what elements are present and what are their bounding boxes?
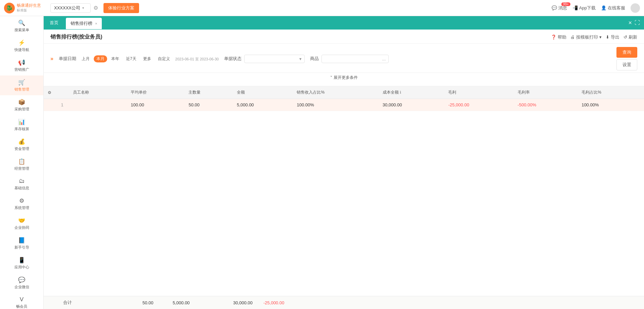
goods-select-arrow: ... [382,56,386,61]
print-button[interactable]: 🖨 按模板打印 ▾ [570,34,602,40]
message-icon: 💬 [552,5,557,10]
sidebar: 🔍 搜索菜单 ⚡ 快捷导航 📢 营销推广 🛒 销售管理 📦 采购管理 📊 库存核… [0,16,44,309]
filter-area: » 单据日期 上月 本月 本年 近7天 更多 自定义 [44,44,644,86]
help-button[interactable]: ❓ 帮助 [551,34,566,40]
window-expand-icon[interactable]: ⛶ [635,20,640,26]
query-button[interactable]: 查询 [616,47,637,58]
print-icon: 🖨 [570,35,575,40]
goods-filter-label: 商品 [310,56,319,62]
date-tab-custom[interactable]: 自定义 [155,55,173,62]
export-label: 导出 [611,34,619,40]
sidebar-label-purchase: 采购管理 [14,107,29,112]
sidebar-label-guide: 新手引导 [14,245,29,250]
tab-close-icon[interactable]: × [95,21,97,25]
refresh-button[interactable]: ↺ 刷新 [624,34,637,40]
sales-rank-tab-label: 销售排行榜 [71,20,92,27]
sidebar-item-operation[interactable]: 📋 经营管理 [0,155,43,174]
sidebar-item-apps[interactable]: 📱 应用中心 [0,253,43,273]
th-settings[interactable]: ⚙ [44,86,55,99]
status-filter-select[interactable]: ▾ [244,55,305,63]
tab-bar: 首页 销售排行榜 × × ⛶ [44,16,644,30]
filter-expand-button[interactable]: » [50,56,53,62]
user-avatar[interactable] [631,3,640,13]
sidebar-icon-member: V [20,296,24,303]
company-dropdown-arrow: ▾ [82,6,84,10]
logo-subtitle: 标准版 [17,8,41,13]
sidebar-item-member[interactable]: V 畅会员 [0,293,43,309]
sidebar-icon-operation: 📋 [18,158,25,165]
content-area: 首页 销售排行榜 × × ⛶ 销售排行榜(按业务员) [44,16,644,309]
filter-row: » 单据日期 上月 本月 本年 近7天 更多 自定义 [50,47,637,70]
footer-cells: 50.00 5,000.00 30,000.00 -25,000.00 [108,300,640,305]
sidebar-label-marketing: 营销推广 [14,67,29,72]
th-main-qty: 主数量 [184,86,233,99]
th-gross: 毛利 [444,86,513,99]
company-selector[interactable]: XXXXXX公司 ▾ [50,3,91,13]
trial-button[interactable]: 体验行业方案 [103,3,139,13]
sidebar-label-cooperate: 企业协同 [14,225,29,230]
refresh-label: 刷新 [629,34,637,40]
sidebar-item-sales[interactable]: 🛒 销售管理 [0,75,43,95]
settings-button[interactable]: 设置 [616,59,637,70]
message-button[interactable]: 💬 消息 99+ [552,5,567,11]
sidebar-item-quick[interactable]: ⚡ 快捷导航 [0,36,43,56]
date-tab-more[interactable]: 更多 [140,55,154,62]
status-filter-group: 单据状态 ▾ [224,55,305,63]
tab-window-actions: × ⛶ [624,19,644,27]
sidebar-item-basic[interactable]: 🗂 基础信息 [0,174,43,194]
sidebar-icon-apps: 📱 [18,257,25,264]
table-footer: 合计 50.00 5,000.00 30,000.00 -25,000.00 [44,296,644,309]
sidebar-item-finance[interactable]: 💰 资金管理 [0,135,43,155]
row-name [69,99,127,111]
app-download-button[interactable]: 📲 App下载 [572,5,596,11]
sidebar-icon-purchase: 📦 [18,99,25,106]
sidebar-icon-system: ⚙ [19,197,24,204]
app-download-icon: 📲 [572,5,578,10]
home-tab[interactable]: 首页 [44,16,65,30]
online-service-icon: 👤 [601,5,606,10]
row-gross-rate: -500.00% [514,99,578,111]
th-total: 全额 [233,86,293,99]
goods-filter-select[interactable]: ... [321,55,389,63]
date-tab-prev-month[interactable]: 上月 [79,55,92,62]
sales-rank-tab[interactable]: 销售排行榜 × [66,18,102,29]
sidebar-icon-basic: 🗂 [19,178,25,185]
row-avg-price: 100.00 [127,99,184,111]
expand-more-button[interactable]: ˅ 展开更多条件 [44,72,644,83]
expand-more-icon: ˅ [330,75,332,80]
online-service-button[interactable]: 👤 在线客服 [601,5,625,11]
sidebar-icon-cooperate: 🤝 [18,217,25,224]
status-select-arrow: ▾ [299,56,302,61]
sidebar-icon-marketing: 📢 [18,59,25,66]
page-content: 销售排行榜(按业务员) ❓ 帮助 🖨 按模板打印 ▾ ⬇ [44,30,644,309]
sidebar-item-system[interactable]: ⚙ 系统管理 [0,194,43,214]
sidebar-item-wechat[interactable]: 💬 企业微信 [0,273,43,293]
row-settings [44,99,55,111]
query-area: 查询 设置 [612,47,637,70]
sidebar-item-purchase[interactable]: 📦 采购管理 [0,95,43,115]
sidebar-label-search: 搜索菜单 [14,28,29,33]
window-close-icon[interactable]: × [628,19,632,27]
sidebar-item-marketing[interactable]: 📢 营销推广 [0,56,43,75]
sidebar-items-container: 🔍 搜索菜单 ⚡ 快捷导航 📢 营销推广 🛒 销售管理 📦 采购管理 📊 库存核… [0,16,43,309]
cost-total-info-icon[interactable]: ℹ [400,90,401,95]
footer-avg-price [108,300,138,305]
row-main-qty: 50.00 [184,99,233,111]
sidebar-item-inventory[interactable]: 📊 库存核算 [0,115,43,135]
date-tab-7days[interactable]: 近7天 [123,55,139,62]
status-filter-label: 单据状态 [224,56,242,62]
export-button[interactable]: ⬇ 导出 [606,34,619,40]
data-table: ⚙ 员工名称 平均单价 主数量 全额 销售收入占比% 成本全额 [44,86,644,111]
th-sales-pct: 销售收入占比% [293,86,378,99]
message-badge: 99+ [561,2,570,6]
app-wrapper: 🐉 畅康通好生意 标准版 XXXXXX公司 ▾ ⚙ 体验行业方案 💬 消息 99… [0,0,644,309]
topbar-settings-icon[interactable]: ⚙ [91,3,101,12]
date-tab-this-year[interactable]: 本年 [109,55,122,62]
sidebar-icon-guide: 📘 [18,237,25,244]
sidebar-item-search[interactable]: 🔍 搜索菜单 [0,16,43,36]
footer-label: 合计 [48,300,108,306]
sidebar-item-guide[interactable]: 📘 新手引导 [0,234,43,253]
date-tab-this-month[interactable]: 本月 [94,55,107,62]
footer-cost-total: 30,000.00 [229,300,259,305]
sidebar-item-cooperate[interactable]: 🤝 企业协同 [0,214,43,234]
